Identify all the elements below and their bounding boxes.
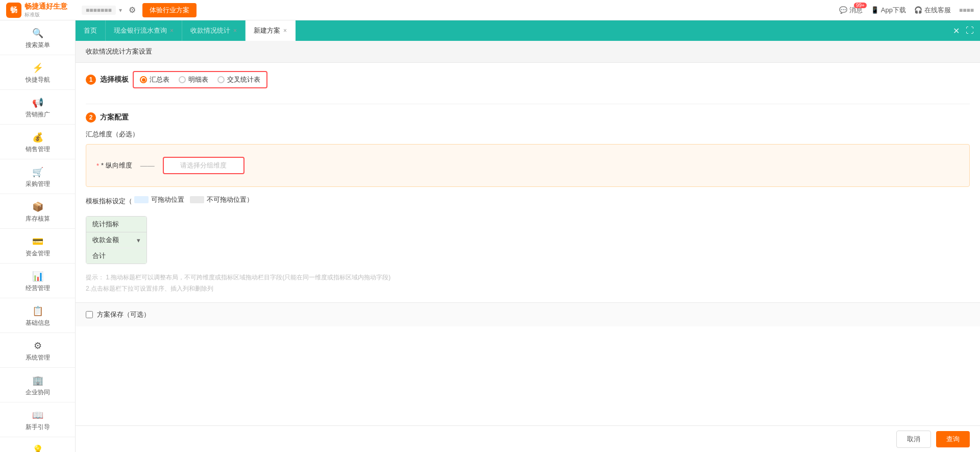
industry-btn[interactable]: 体验行业方案 <box>142 3 197 17</box>
newbie-icon: 📖 <box>32 410 43 421</box>
sidebar-item-label: 搜索菜单 <box>26 41 50 50</box>
tab-bank-flow-label: 现金银行流水查询 <box>114 26 167 35</box>
sidebar-item-search[interactable]: 🔍 搜索菜单 <box>0 20 75 55</box>
summary-dim-title: 汇总维度（必选） <box>86 130 970 139</box>
logo-text: 畅捷通好生意 <box>24 2 67 11</box>
sidebar-item-sales[interactable]: 💰 销售管理 <box>0 125 75 159</box>
save-label: 方案保存（可选） <box>97 310 150 319</box>
step1-num: 1 <box>86 75 96 85</box>
marketing-icon: 📢 <box>32 97 43 108</box>
tab-new-plan-close[interactable]: × <box>283 27 287 34</box>
vertical-dim-label: * * 纵向维度 <box>96 161 132 170</box>
sidebar-item-marketing[interactable]: 📢 营销推广 <box>0 90 75 125</box>
service-label: 在线客服 <box>924 6 951 15</box>
legend-fixed-label: 不可拖动位置） <box>207 195 253 204</box>
quicknav-icon: ⚡ <box>32 62 43 74</box>
radio-label-detail: 明细表 <box>188 75 208 84</box>
radio-detail[interactable]: 明细表 <box>179 75 208 84</box>
logo-icon: 畅 <box>6 3 21 18</box>
save-checkbox[interactable] <box>86 311 93 318</box>
indicator-col1: 收款金额 ▾ <box>86 232 146 248</box>
page-content: 收款情况统计方案设置 1 选择模板 汇总表 <box>76 41 980 425</box>
indicator-col1-dropdown[interactable]: ▾ <box>137 236 140 244</box>
search-icon: 🔍 <box>32 28 43 39</box>
collab-icon: 🏢 <box>32 375 43 386</box>
sidebar-item-label: 快捷导航 <box>26 76 50 84</box>
tab-bank-flow-close[interactable]: × <box>170 27 174 34</box>
tab-collection-stats[interactable]: 收款情况统计 × <box>182 20 246 41</box>
management-icon: 📊 <box>32 271 43 282</box>
sidebar-item-hardware[interactable]: 💡 智能硬件 <box>0 437 75 452</box>
company-dropdown-arrow[interactable]: ▾ <box>119 7 122 14</box>
arrow-right-icon: —— <box>140 161 155 170</box>
message-badge: 99+ <box>854 3 867 8</box>
template-options-box: 汇总表 明细表 交叉统计表 <box>133 71 267 88</box>
tab-close-icon[interactable]: ✕ <box>951 24 962 38</box>
sidebar-item-finance[interactable]: 💳 资金管理 <box>0 229 75 264</box>
sidebar-item-label: 库存核算 <box>26 215 50 223</box>
indicator-header: 统计指标 <box>86 217 146 232</box>
footer-bar: 取消 查询 <box>76 425 980 452</box>
sidebar-item-quicknav[interactable]: ⚡ 快捷导航 <box>0 55 75 90</box>
dim-select-box[interactable]: 请选择分组维度 <box>163 157 244 174</box>
top-bar: 畅 畅捷通好生意 标准版 ■■■■■■■ ▾ ⚙ 体验行业方案 💬 消息 99+… <box>0 0 980 20</box>
radio-summary[interactable]: 汇总表 <box>140 75 169 84</box>
sidebar-item-baseinfo[interactable]: 📋 基础信息 <box>0 298 75 333</box>
sidebar-item-label: 基础信息 <box>26 319 50 327</box>
tab-collection-stats-close[interactable]: × <box>233 27 237 34</box>
download-icon: 📱 <box>871 6 879 14</box>
top-right: 💬 消息 99+ 📱 App下载 🎧 在线客服 ■■■■ <box>839 6 974 15</box>
save-section: 方案保存（可选） <box>76 302 980 326</box>
movable-dot <box>134 196 149 203</box>
tab-home-label: 首页 <box>84 26 97 35</box>
tab-bar: 首页 现金银行流水查询 × 收款情况统计 × 新建方案 × ✕ ⛶ <box>76 20 980 41</box>
sidebar-item-system[interactable]: ⚙ 系统管理 <box>0 333 75 368</box>
system-icon: ⚙ <box>34 340 42 351</box>
tab-home[interactable]: 首页 <box>76 20 106 41</box>
radio-circle-detail <box>179 76 186 83</box>
message-btn[interactable]: 💬 消息 99+ <box>839 6 863 15</box>
company-name: ■■■■■■■ <box>82 6 116 15</box>
user-name: ■■■■ <box>959 7 974 14</box>
query-button[interactable]: 查询 <box>936 431 970 447</box>
radio-cross[interactable]: 交叉统计表 <box>217 75 260 84</box>
indicator-col1-label: 收款金额 <box>92 235 119 245</box>
baseinfo-icon: 📋 <box>32 305 43 317</box>
step1-title: 选择模板 <box>100 75 129 84</box>
indicator-table: 统计指标 收款金额 ▾ 合计 <box>86 216 147 264</box>
tips-section: 提示： 1.拖动标题栏可以调整布局，不可跨维度或指标区域拖动栏目字段(只能在同一… <box>86 264 970 294</box>
sidebar-item-inventory[interactable]: 📦 库存核算 <box>0 194 75 229</box>
cancel-button[interactable]: 取消 <box>896 431 931 448</box>
sidebar-item-label: 销售管理 <box>26 145 50 154</box>
hardware-icon: 💡 <box>32 444 43 452</box>
tab-new-plan[interactable]: 新建方案 × <box>246 20 296 41</box>
sidebar-item-label: 经营管理 <box>26 284 50 293</box>
step1-section: 1 选择模板 汇总表 明细表 <box>76 63 980 104</box>
indicator-header-label: 统计指标 <box>92 220 119 229</box>
finance-icon: 💳 <box>32 236 43 247</box>
main-layout: 🔍 搜索菜单 ⚡ 快捷导航 📢 营销推广 💰 销售管理 🛒 采购管理 📦 库存核… <box>0 20 980 452</box>
tab-new-plan-label: 新建方案 <box>254 26 280 35</box>
download-label: App下载 <box>881 6 906 15</box>
tip1: 提示： 1.拖动标题栏可以调整布局，不可跨维度或指标区域拖动栏目字段(只能在同一… <box>86 272 970 283</box>
sidebar-item-management[interactable]: 📊 经营管理 <box>0 264 75 298</box>
page-header: 收款情况统计方案设置 <box>76 41 980 63</box>
page-inner: 收款情况统计方案设置 1 选择模板 汇总表 <box>76 41 980 425</box>
summary-dim-title-text: 汇总维度（必选） <box>86 130 139 138</box>
tab-expand-icon[interactable]: ⛶ <box>964 24 976 37</box>
step2-num: 2 <box>86 112 96 123</box>
required-star: * <box>96 162 99 170</box>
sidebar-item-newbie[interactable]: 📖 新手引导 <box>0 402 75 437</box>
download-btn[interactable]: 📱 App下载 <box>871 6 906 15</box>
sidebar-item-label: 采购管理 <box>26 180 50 188</box>
gear-icon[interactable]: ⚙ <box>125 3 139 17</box>
indicator-section: 模板指标设定（ 可拖动位置 不可拖动位置） <box>86 195 970 264</box>
service-btn[interactable]: 🎧 在线客服 <box>914 6 951 15</box>
sidebar-item-label: 营销推广 <box>26 110 50 119</box>
step2-section: 2 方案配置 汇总维度（必选） * * 纵向维度 —— 请选择分组维度 <box>76 104 980 302</box>
tab-bank-flow[interactable]: 现金银行流水查询 × <box>106 20 182 41</box>
sidebar-item-purchase[interactable]: 🛒 采购管理 <box>0 159 75 194</box>
user-area[interactable]: ■■■■ <box>959 7 974 14</box>
sidebar-item-collab[interactable]: 🏢 企业协同 <box>0 368 75 402</box>
sales-icon: 💰 <box>32 132 43 143</box>
